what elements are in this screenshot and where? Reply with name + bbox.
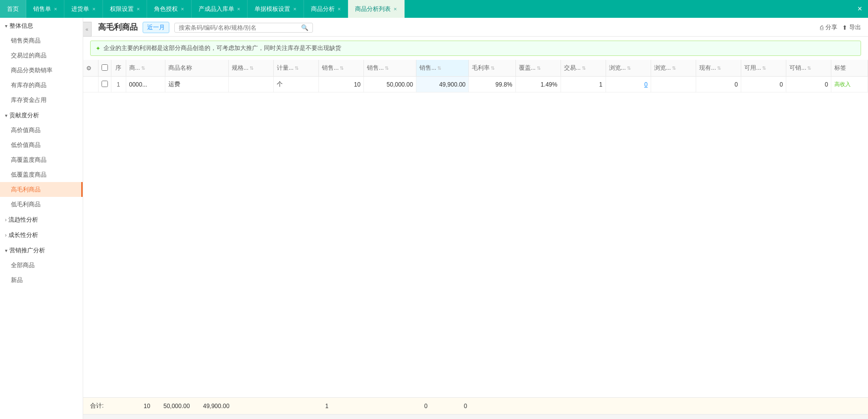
- page-title: 高毛利商品: [98, 22, 138, 33]
- nav-tab-sales[interactable]: 销售单 ×: [26, 0, 64, 18]
- close-icon[interactable]: ×: [181, 6, 184, 12]
- col-gross-rate[interactable]: 毛利率⇅: [469, 60, 515, 77]
- nav-tab-template[interactable]: 单据模板设置 ×: [248, 0, 304, 18]
- col-name[interactable]: 商品名称: [165, 60, 228, 77]
- sidebar-item-high-value[interactable]: 高价值商品: [0, 123, 83, 138]
- col-sellable[interactable]: 可销...⇅: [786, 60, 831, 77]
- sidebar-item-low-coverage[interactable]: 低覆盖度商品: [0, 167, 83, 182]
- footer-sales-qty: 10: [113, 403, 153, 410]
- close-all-tabs-button[interactable]: ×: [852, 4, 868, 13]
- sidebar-item-low-margin[interactable]: 低毛利商品: [0, 197, 83, 212]
- col-browse1[interactable]: 浏览...⇅: [606, 60, 651, 77]
- nav-tab-product-analysis[interactable]: 商品分析 ×: [304, 0, 348, 18]
- content-header: 高毛利商品 近一月 🔍 ⎙ 分享 ⬆ 导出: [83, 18, 868, 37]
- data-table: ⚙ 序 商...⇅ 商品名称: [83, 60, 868, 93]
- sidebar-item-category-rate[interactable]: 商品分类助销率: [0, 63, 83, 78]
- col-unit[interactable]: 计量...⇅: [273, 60, 318, 77]
- sort-icon: ⇅: [340, 65, 344, 71]
- footer-current-stock: 0: [391, 403, 430, 410]
- info-banner: ✦ 企业的主要的利润都是这部分商品创造的，可考虑加大推广，同时关注库存是不要出现…: [90, 41, 861, 56]
- col-seq: 序: [111, 60, 126, 77]
- footer-label: 合计:: [90, 402, 103, 410]
- select-all-checkbox[interactable]: [102, 64, 108, 71]
- close-icon[interactable]: ×: [293, 6, 296, 12]
- close-icon[interactable]: ×: [237, 6, 240, 12]
- chevron-down-icon: ▾: [5, 248, 7, 253]
- sidebar-group-trend[interactable]: › 流趋性分析: [0, 212, 83, 227]
- date-filter-month-button[interactable]: 近一月: [143, 22, 169, 33]
- col-transactions[interactable]: 交易...⇅: [561, 60, 606, 77]
- row-transactions: 1: [561, 77, 606, 93]
- col-sales-qty[interactable]: 销售...⇅: [318, 60, 363, 77]
- footer-values: 10 50,000.00 49,900.00 1 0 0: [113, 403, 470, 410]
- sort-icon: ⇅: [762, 65, 766, 71]
- sidebar-group-overall[interactable]: ▾ 整体信息: [0, 18, 83, 33]
- row-browse1[interactable]: 0: [606, 77, 651, 93]
- chevron-right-icon: ›: [5, 233, 6, 238]
- header-actions: ⎙ 分享 ⬆ 导出: [820, 23, 861, 32]
- export-button[interactable]: ⬆ 导出: [842, 23, 861, 32]
- close-icon[interactable]: ×: [54, 6, 57, 12]
- nav-tab-home[interactable]: 首页: [0, 0, 26, 18]
- settings-icon[interactable]: ⚙: [86, 65, 92, 72]
- col-settings[interactable]: ⚙: [83, 60, 98, 77]
- sort-icon: ⇅: [295, 65, 299, 71]
- footer-spacer: [232, 403, 292, 410]
- col-current-stock[interactable]: 现有...⇅: [696, 60, 741, 77]
- horizontal-scrollbar[interactable]: [83, 414, 868, 419]
- row-spec: [228, 77, 273, 93]
- footer-sales-amount: 50,000.00: [153, 403, 193, 410]
- col-sales-profit[interactable]: 销售...⇅: [416, 60, 469, 77]
- row-available: 0: [741, 77, 786, 93]
- col-available[interactable]: 可用...⇅: [741, 60, 786, 77]
- sidebar-group-contribution[interactable]: ▾ 贡献度分析: [0, 107, 83, 123]
- nav-tab-permission[interactable]: 权限设置 ×: [103, 0, 147, 18]
- close-icon[interactable]: ×: [137, 6, 140, 12]
- close-icon[interactable]: ×: [338, 6, 341, 12]
- chevron-down-icon: ▾: [5, 23, 7, 29]
- nav-tab-role[interactable]: 角色授权 ×: [147, 0, 191, 18]
- col-coverage[interactable]: 覆盖...⇅: [515, 60, 561, 77]
- sidebar-group-growth[interactable]: › 成长性分析: [0, 227, 83, 242]
- nav-tab-product-analysis-list[interactable]: 商品分析列表 ×: [348, 0, 404, 18]
- search-input[interactable]: [179, 24, 299, 31]
- col-sales-amount[interactable]: 销售...⇅: [364, 60, 416, 77]
- sidebar-item-high-margin[interactable]: 高毛利商品: [0, 182, 83, 197]
- close-icon[interactable]: ×: [92, 6, 95, 12]
- export-icon: ⬆: [842, 24, 847, 31]
- col-browse2[interactable]: 浏览...⇅: [651, 60, 696, 77]
- sidebar-item-sales-products[interactable]: 销售类商品: [0, 33, 83, 48]
- close-icon[interactable]: ×: [394, 6, 397, 12]
- col-tag: 标签: [831, 60, 868, 77]
- sidebar-item-in-stock-products[interactable]: 有库存的商品: [0, 78, 83, 93]
- sidebar-item-stock-capital[interactable]: 库存资金占用: [0, 93, 83, 107]
- sidebar-item-traded-products[interactable]: 交易过的商品: [0, 48, 83, 63]
- table-row: 1 0000... 运费 个 10 50,000.00 49,900.00 99…: [83, 77, 868, 93]
- sort-icon: ⇅: [807, 65, 811, 71]
- col-spec[interactable]: 规格...⇅: [228, 60, 273, 77]
- col-code[interactable]: 商...⇅: [126, 60, 165, 77]
- content-area: « 高毛利商品 近一月 🔍 ⎙ 分享 ⬆ 导出: [83, 18, 868, 419]
- search-icon[interactable]: 🔍: [301, 24, 308, 31]
- row-sales-qty: 10: [318, 77, 363, 93]
- sidebar-item-high-coverage[interactable]: 高覆盖度商品: [0, 152, 83, 167]
- nav-tab-purchase[interactable]: 进货单 ×: [64, 0, 102, 18]
- sidebar-group-marketing[interactable]: ▾ 营销推广分析: [0, 242, 83, 258]
- row-name: 运费: [165, 77, 228, 93]
- nav-tab-product-instock[interactable]: 产成品入库单 ×: [192, 0, 248, 18]
- row-checkbox[interactable]: [102, 81, 108, 87]
- footer-sales-profit: 49,900.00: [193, 403, 232, 410]
- sidebar-item-all-products[interactable]: 全部商品: [0, 258, 83, 273]
- row-current-stock: 0: [696, 77, 741, 93]
- row-sellable: 0: [786, 77, 831, 93]
- footer-spacer2: [331, 403, 391, 410]
- sidebar-item-low-value[interactable]: 低价值商品: [0, 138, 83, 152]
- footer-bar: 合计: 10 50,000.00 49,900.00 1 0 0: [83, 397, 868, 414]
- share-button[interactable]: ⎙ 分享: [820, 23, 837, 32]
- sidebar-collapse-button[interactable]: «: [83, 22, 92, 37]
- row-code[interactable]: 0000...: [126, 77, 165, 93]
- sidebar-item-new-products[interactable]: 新品: [0, 273, 83, 287]
- footer-available: 0: [430, 403, 470, 410]
- row-empty-settings: [83, 77, 98, 93]
- row-coverage: 1.49%: [515, 77, 561, 93]
